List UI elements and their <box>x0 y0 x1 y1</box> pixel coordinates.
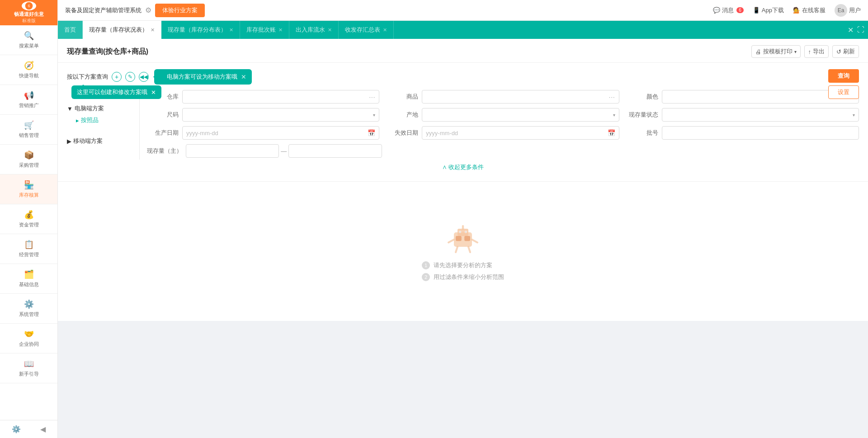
tab-inventory-dist[interactable]: 现存量（库存分布表） ✕ <box>161 21 240 39</box>
main-area: 装备及固定资产辅助管理系统 ⚙ 体验行业方案 💬 消息 6 📱 App下载 💁 … <box>58 0 868 438</box>
sales-icon: 🛒 <box>24 120 34 130</box>
tab-close-batch[interactable]: ✕ <box>278 27 283 33</box>
origin-select[interactable]: ▾ <box>422 108 619 122</box>
sidebar-collapse-btn[interactable]: ◀ <box>40 425 46 433</box>
tab-close-recv[interactable]: ✕ <box>383 27 387 33</box>
tab-inventory-status[interactable]: 现存量（库存状况表） ✕ <box>83 21 161 39</box>
step-num-1: 1 <box>422 261 430 269</box>
tab-close-inventory-dist[interactable]: ✕ <box>229 27 233 33</box>
sidebar-item-basic[interactable]: 🗂️ 基础信息 <box>0 264 57 294</box>
sidebar-item-label: 销售管理 <box>19 132 39 139</box>
notice-btn[interactable]: 💬 消息 6 <box>713 6 744 14</box>
size-select[interactable]: ▾ <box>182 108 379 122</box>
filter-collapse-btn[interactable]: ∧ 收起更多条件 <box>67 160 859 175</box>
tooltip1-close-btn[interactable]: ✕ <box>241 73 246 80</box>
user-area[interactable]: Ea 用户 <box>835 4 861 17</box>
exp-date-input[interactable]: yyyy-mm-dd 📅 <box>422 126 619 140</box>
empty-steps: 1 请先选择要分析的方案 2 用过滤条件来缩小分析范围 <box>422 261 504 285</box>
tab-inventory-status-label: 现存量（库存状况表） <box>89 26 148 34</box>
sidebar-item-ops[interactable]: 📋 经营管理 <box>0 234 57 264</box>
tab-recv[interactable]: 收发存汇总表 ✕ <box>339 21 394 39</box>
sidebar-item-label: 营销推广 <box>19 102 39 109</box>
page-actions: 🖨 按模板打印 ▾ ↑ 导出 ↺ 刷新 <box>751 45 859 58</box>
plan-tree-panel: 这里可以创建和修改方案哦 ✕ ▼ 电脑端方案 ▸ <box>67 90 139 160</box>
stock-qty-min-input[interactable] <box>186 144 279 158</box>
inventory-icon: 🏪 <box>24 180 34 190</box>
mobile-plan-node[interactable]: ▶ 移动端方案 <box>67 135 139 147</box>
filter-row-3: 生产日期 yyyy-mm-dd 📅 失效日期 yyyy-mm-dd <box>147 126 859 140</box>
sidebar-item-system[interactable]: ⚙️ 系统管理 <box>0 294 57 324</box>
online-service-btn[interactable]: 💁 在线客服 <box>793 6 826 14</box>
tab-fullscreen-btn[interactable]: ⛶ <box>857 26 864 34</box>
query-btn[interactable]: 查询 <box>828 69 859 83</box>
export-icon: ↑ <box>808 48 811 55</box>
sidebar-item-nav[interactable]: 🧭 快捷导航 <box>0 55 57 85</box>
mfg-date-label: 生产日期 <box>147 129 179 137</box>
mfg-date-field: 生产日期 yyyy-mm-dd 📅 <box>147 126 379 140</box>
reset-btn[interactable]: 设置 <box>828 85 859 99</box>
query-btns: 查询 设置 <box>828 69 859 99</box>
system-icon: ⚙️ <box>24 299 34 309</box>
gear-icon[interactable]: ⚙ <box>145 6 151 14</box>
tooltip2: 这里可以创建和修改方案哦 ✕ <box>71 85 161 99</box>
plan-tree: ▼ 电脑端方案 ▸ 按照品 ▶ <box>67 103 139 147</box>
sidebar-item-guide[interactable]: 📖 新手引导 <box>0 353 57 383</box>
sidebar-item-sales[interactable]: 🛒 销售管理 <box>0 115 57 145</box>
trial-btn[interactable]: 体验行业方案 <box>155 4 205 17</box>
desktop-plan-child-1[interactable]: ▸ 按照品 <box>76 114 139 126</box>
stock-status-select[interactable]: ▾ <box>662 108 859 122</box>
sidebar-bottom: ⚙️ ◀ <box>0 420 57 438</box>
warehouse-select[interactable]: ··· <box>182 90 379 104</box>
sidebar-settings-btn[interactable]: ⚙️ <box>12 425 21 433</box>
empty-illustration <box>445 218 481 254</box>
sidebar-item-label: 基础信息 <box>19 281 39 288</box>
refresh-btn[interactable]: ↺ 刷新 <box>832 45 859 58</box>
stock-status-arrow-icon: ▾ <box>853 113 855 118</box>
sidebar-item-inventory[interactable]: 🏪 库存核算 <box>0 174 57 204</box>
logo-icon: 6 <box>22 1 36 10</box>
desktop-plan-node[interactable]: ▼ 电脑端方案 <box>67 103 139 114</box>
goods-label: 商品 <box>387 93 418 101</box>
sidebar-item-purchase[interactable]: 📦 采购管理 <box>0 145 57 174</box>
color-label: 颜色 <box>627 93 658 101</box>
batch-field: 批号 <box>627 126 859 140</box>
sidebar-item-finance[interactable]: 💰 资金管理 <box>0 204 57 234</box>
mobile-plan-arrow: ▶ <box>67 138 71 145</box>
stock-qty-sep: — <box>281 148 287 155</box>
print-btn[interactable]: 🖨 按模板打印 ▾ <box>751 45 801 58</box>
stock-qty-max-input[interactable] <box>288 144 382 158</box>
nav-icon: 🧭 <box>24 61 34 71</box>
search-icon: 🔍 <box>24 31 34 41</box>
tab-home[interactable]: 首页 <box>58 21 83 39</box>
goods-select[interactable]: ··· <box>422 90 619 104</box>
mfg-date-input[interactable]: yyyy-mm-dd 📅 <box>182 126 379 140</box>
svg-rect-3 <box>456 236 462 241</box>
tooltip2-text: 这里可以创建和修改方案哦 <box>77 88 147 96</box>
tooltip1-text: 电脑方案可设为移动方案哦 <box>167 73 237 81</box>
sidebar-item-label: 库存核算 <box>19 192 39 198</box>
size-label: 尺码 <box>147 111 179 119</box>
batch-input[interactable] <box>662 126 859 140</box>
empty-step-1-text: 请先选择要分析的方案 <box>434 261 492 269</box>
back-btn[interactable]: ◀◀ <box>139 72 149 82</box>
refresh-icon: ↺ <box>836 48 841 55</box>
tab-close-inventory-status[interactable]: ✕ <box>151 27 155 33</box>
page-title: 现存量查询(按仓库+商品) <box>67 47 148 57</box>
tooltip2-close-btn[interactable]: ✕ <box>151 89 156 96</box>
edit-plan-btn[interactable]: ✎ <box>125 72 135 82</box>
empty-step-1: 1 请先选择要分析的方案 <box>422 261 504 269</box>
tabbar: 首页 现存量（库存状况表） ✕ 现存量（库存分布表） ✕ 库存批次账 ✕ 出入库… <box>58 21 868 39</box>
add-plan-btn[interactable]: + <box>112 72 122 82</box>
collapse-label: 收起更多条件 <box>448 164 484 170</box>
export-btn[interactable]: ↑ 导出 <box>804 45 829 58</box>
stock-qty-label: 现存量（主） <box>147 147 182 155</box>
tab-inout[interactable]: 出入库流水 ✕ <box>289 21 339 39</box>
app-download-btn[interactable]: 📱 App下载 <box>753 6 784 14</box>
tab-batch[interactable]: 库存批次账 ✕ <box>240 21 289 39</box>
purchase-icon: 📦 <box>24 150 34 160</box>
sidebar-item-corp[interactable]: 🤝 企业协同 <box>0 324 57 353</box>
tab-close-inout[interactable]: ✕ <box>328 27 332 33</box>
sidebar-item-search[interactable]: 🔍 搜索菜单 <box>0 25 57 55</box>
tab-close-all-btn[interactable]: ✕ <box>848 26 854 34</box>
sidebar-item-marketing[interactable]: 📢 营销推广 <box>0 85 57 115</box>
